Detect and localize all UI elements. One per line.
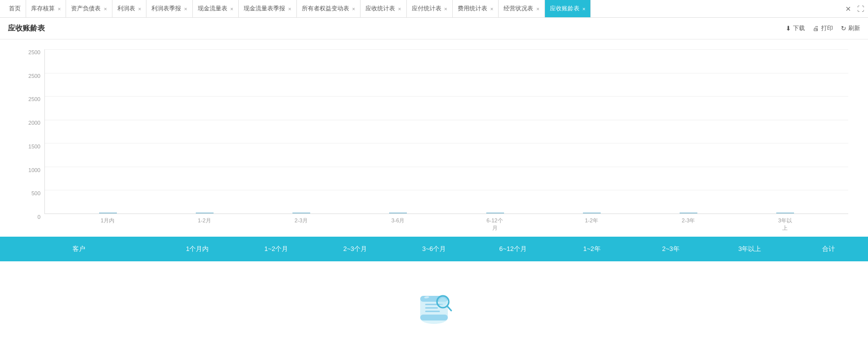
tab-cashflow-quarter-label: 现金流量表季报 <box>244 4 285 13</box>
tab-operation[interactable]: 经营状况表 × <box>499 0 544 18</box>
grid-line-3 <box>45 96 848 120</box>
tab-ar-aging[interactable]: 应收账龄表 × <box>545 0 591 18</box>
tab-profit-quarter-close[interactable]: × <box>184 6 187 12</box>
bar-6-12m <box>486 213 504 213</box>
maximize-button[interactable]: ⛶ <box>857 5 864 13</box>
th-3y-plus: 3年以上 <box>710 245 789 253</box>
th-2-3y: 2~3年 <box>631 245 710 253</box>
refresh-button[interactable]: ↻ 刷新 <box>841 24 860 33</box>
print-icon: 🖨 <box>813 25 819 32</box>
x-label-3y-plus: 3年以上 <box>776 217 794 232</box>
tab-profit-close[interactable]: × <box>138 6 141 12</box>
tab-home[interactable]: 首页 <box>4 0 26 18</box>
download-icon: ⬇ <box>786 25 791 32</box>
y-label-3: 2000 <box>29 120 40 126</box>
empty-state <box>0 261 868 350</box>
grid-line-5 <box>45 143 848 167</box>
y-label-2: 2500 <box>29 96 40 102</box>
y-label-5: 1000 <box>29 167 40 173</box>
tab-expense[interactable]: 费用统计表 × <box>453 0 499 18</box>
svg-point-8 <box>439 298 447 306</box>
svg-rect-3 <box>420 315 448 320</box>
tab-equity-label: 所有者权益变动表 <box>302 4 349 13</box>
tab-ap-stat-label: 应付统计表 <box>412 4 441 13</box>
th-total: 合计 <box>789 245 868 253</box>
tab-operation-label: 经营状况表 <box>504 4 533 13</box>
tab-cashflow-label: 现金流量表 <box>198 4 227 13</box>
y-label-4: 1500 <box>29 143 40 149</box>
y-axis: 2500 2500 2500 2000 1500 1000 500 0 <box>20 49 44 232</box>
svg-rect-6 <box>425 311 440 312</box>
print-label: 打印 <box>821 24 833 33</box>
bars-container <box>45 213 848 213</box>
th-customer: 客户 <box>0 245 158 253</box>
grid-line-2 <box>45 73 848 97</box>
x-axis: 1月内 1-2月 2-3月 3-6月 6-12个月 1-2年 2-3年 3年以上 <box>44 214 848 232</box>
tab-ap-stat-close[interactable]: × <box>444 6 447 12</box>
tab-home-label: 首页 <box>9 4 21 13</box>
download-button[interactable]: ⬇ 下载 <box>786 24 805 33</box>
th-2-3m: 2~3个月 <box>316 245 395 253</box>
tab-bar: 首页 库存核算 × 资产负债表 × 利润表 × 利润表季报 × 现金流量表 × … <box>0 0 868 18</box>
tab-expense-close[interactable]: × <box>490 6 493 12</box>
th-1-2m: 1~2个月 <box>237 245 316 253</box>
bar-2-3y <box>680 213 697 213</box>
th-6-12m: 6~12个月 <box>473 245 552 253</box>
tab-cashflow-close[interactable]: × <box>230 6 233 12</box>
y-label-7: 0 <box>37 214 40 220</box>
tab-ar-aging-label: 应收账龄表 <box>550 4 579 13</box>
grid-line-1 <box>45 49 848 73</box>
bar-1-2m <box>196 213 214 213</box>
table-header: 客户 1个月内 1~2个月 2~3个月 3~6个月 6~12个月 1~2年 2~… <box>0 237 868 261</box>
th-1-2y: 1~2年 <box>552 245 631 253</box>
grid-line-4 <box>45 120 848 143</box>
tab-ar-aging-close[interactable]: × <box>582 6 585 12</box>
th-1m: 1个月内 <box>158 245 237 253</box>
tab-cashflow-quarter-close[interactable]: × <box>288 6 291 12</box>
tab-balance-close[interactable]: × <box>104 6 107 12</box>
x-label-3-6m: 3-6月 <box>389 217 407 232</box>
refresh-icon: ↻ <box>841 25 846 32</box>
svg-rect-5 <box>425 307 438 309</box>
y-label-0: 2500 <box>29 49 40 55</box>
tab-ar-stat-label: 应收统计表 <box>365 4 395 13</box>
chart-area: 2500 2500 2500 2000 1500 1000 500 0 <box>0 39 868 237</box>
tab-equity[interactable]: 所有者权益变动表 × <box>297 0 361 18</box>
tab-inventory-close[interactable]: × <box>58 6 61 12</box>
tab-ap-stat[interactable]: 应付统计表 × <box>407 0 453 18</box>
tab-balance[interactable]: 资产负债表 × <box>66 0 112 18</box>
chart-grid <box>44 49 848 214</box>
print-button[interactable]: 🖨 打印 <box>813 24 833 33</box>
x-label-1m: 1月内 <box>99 217 116 232</box>
tab-ar-stat[interactable]: 应收统计表 × <box>361 0 406 18</box>
bar-3y-plus <box>776 213 794 213</box>
tab-operation-close[interactable]: × <box>536 6 539 12</box>
x-label-1-2y: 1-2年 <box>582 217 600 232</box>
tab-profit-quarter[interactable]: 利润表季报 × <box>146 0 192 18</box>
x-label-6-12m: 6-12个月 <box>486 217 504 232</box>
tab-expense-label: 费用统计表 <box>458 4 487 13</box>
empty-icon <box>409 281 459 330</box>
bar-3-6m <box>389 213 407 213</box>
refresh-label: 刷新 <box>848 24 860 33</box>
svg-line-9 <box>447 306 451 311</box>
tab-ar-stat-close[interactable]: × <box>398 6 401 12</box>
grid-line-6 <box>45 167 848 190</box>
tab-cashflow-quarter[interactable]: 现金流量表季报 × <box>239 0 296 18</box>
main-content: 2500 2500 2500 2000 1500 1000 500 0 <box>0 39 868 355</box>
tab-equity-close[interactable]: × <box>352 6 355 12</box>
tab-inventory[interactable]: 库存核算 × <box>26 0 66 18</box>
th-3-6m: 3~6个月 <box>395 245 473 253</box>
y-label-1: 2500 <box>29 73 40 79</box>
bar-2-3m <box>292 213 310 213</box>
tab-cashflow[interactable]: 现金流量表 × <box>193 0 239 18</box>
close-button[interactable]: ✕ <box>845 5 851 13</box>
page-title: 应收账龄表 <box>8 24 45 33</box>
x-label-2-3y: 2-3年 <box>680 217 697 232</box>
y-label-6: 500 <box>32 190 40 196</box>
header-actions: ⬇ 下载 🖨 打印 ↻ 刷新 <box>786 24 860 33</box>
bar-1m <box>99 213 117 213</box>
tab-inventory-label: 库存核算 <box>31 4 55 13</box>
bar-1-2y <box>583 213 601 213</box>
tab-profit[interactable]: 利润表 × <box>112 0 146 18</box>
